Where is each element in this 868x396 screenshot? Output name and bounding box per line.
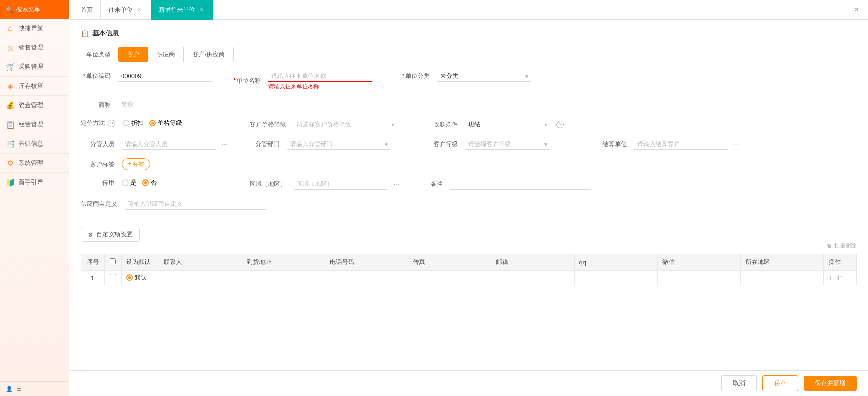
unit-type-row: 单位类型 客户 供应商 客户/供应商	[81, 47, 857, 62]
unit-type-supplier-btn[interactable]: 供应商	[148, 47, 184, 62]
sidebar-item-guide[interactable]: 🔰 新手引导	[0, 173, 69, 192]
row-default-radio[interactable]: 默认	[126, 273, 154, 282]
wechat-input[interactable]	[662, 274, 736, 281]
col-action: 操作	[824, 254, 857, 271]
cell-seq: 1	[81, 271, 105, 285]
address-input[interactable]	[247, 274, 320, 281]
supplier-custom-label: 供应商自定义	[81, 200, 121, 208]
add-tag-button[interactable]: + 标签	[122, 158, 150, 170]
unit-type-label: 单位类型	[81, 50, 114, 59]
qq-input[interactable]	[579, 274, 653, 281]
delete-row-button[interactable]: 🗑	[836, 274, 843, 281]
disable-radio-no[interactable]: 否	[142, 179, 157, 187]
supplier-custom-input[interactable]	[125, 198, 266, 210]
tab-partner-list-close[interactable]: ×	[136, 6, 143, 14]
sidebar-item-finance[interactable]: 💰 资金管理	[0, 96, 69, 115]
category-select-wrapper: ▼	[437, 70, 531, 82]
custom-settings-section: ⚙ 自定义项设置	[81, 219, 857, 242]
manager-input[interactable]	[122, 139, 216, 150]
category-input[interactable]	[437, 70, 531, 82]
col-default: 设为默认	[122, 254, 159, 271]
dept-input[interactable]	[287, 139, 390, 150]
name-input[interactable]	[268, 70, 372, 82]
sidebar-item-label: 经营管理	[19, 120, 43, 129]
close-all-tabs-button[interactable]: ×	[849, 2, 864, 17]
settle-unit-field: 结算单位 ···	[597, 139, 857, 150]
col-phone: 电话号码	[325, 254, 408, 271]
cell-qq	[574, 271, 657, 285]
tab-home[interactable]: 首页	[73, 0, 101, 20]
pricing-radio-level[interactable]: 价格等级	[149, 119, 182, 127]
remark-input[interactable]	[450, 179, 591, 190]
tab-partner-list[interactable]: 往来单位 ×	[101, 0, 151, 20]
code-input[interactable]	[118, 70, 212, 82]
customer-level-select-wrapper: ▼	[465, 139, 550, 150]
shortname-input[interactable]	[118, 99, 212, 110]
sidebar-search[interactable]: 🔍 搜索菜单	[0, 0, 69, 19]
email-input[interactable]	[496, 274, 569, 281]
batch-delete-label[interactable]: 批量删除	[834, 242, 857, 250]
pricing-method-label: 定价方法 ?	[81, 119, 119, 127]
main-area: 首页 往来单位 × 新增往来单位 × × 📋 基本信息 单位类型 客户 供应商 …	[69, 0, 868, 396]
customer-level-input[interactable]	[465, 139, 550, 150]
disable-region-remark-row: 停用 是 否 区域（地区） ···	[81, 179, 857, 190]
add-row-button[interactable]: +	[829, 274, 832, 281]
row-region-input[interactable]	[746, 274, 819, 281]
sidebar-item-sales[interactable]: ◎ 销售管理	[0, 38, 69, 57]
customer-price-label: 客户价格等级	[250, 120, 290, 129]
sidebar-item-quick-nav[interactable]: ⌂ 快捷导航	[0, 19, 69, 38]
sales-icon: ◎	[6, 43, 15, 52]
cell-fax	[408, 271, 491, 285]
sidebar-item-label: 销售管理	[19, 43, 43, 52]
sidebar-item-purchase[interactable]: 🛒 采购管理	[0, 57, 69, 77]
pricing-discount-circle	[123, 120, 129, 126]
cancel-button[interactable]: 取消	[721, 375, 757, 391]
purchase-icon: 🛒	[6, 62, 15, 71]
sidebar-item-label: 系统管理	[19, 159, 43, 167]
pricing-radio-discount[interactable]: 折扣	[123, 119, 144, 127]
manager-field: 分管人员 ···	[81, 139, 250, 150]
sidebar-search-label: 搜索菜单	[16, 5, 40, 14]
unit-type-both-btn[interactable]: 客户/供应商	[184, 47, 234, 62]
sidebar-item-operation[interactable]: 📋 经营管理	[0, 115, 69, 134]
payment-help-icon[interactable]: ?	[556, 121, 564, 128]
tab-new-partner[interactable]: 新增往来单位 ×	[151, 0, 213, 20]
col-contact: 联系人	[159, 254, 242, 271]
cell-contact	[159, 271, 242, 285]
tab-new-partner-close[interactable]: ×	[198, 6, 206, 14]
default-radio-circle	[126, 274, 133, 281]
name-field: *单位名称 请输入往来单位名称	[231, 70, 400, 91]
pricing-help-icon[interactable]: ?	[108, 120, 115, 127]
payment-input[interactable]	[465, 119, 550, 130]
sidebar-user-icon: 👤	[6, 386, 13, 392]
save-button[interactable]: 保存	[762, 375, 798, 391]
sidebar-item-basic-info[interactable]: 📑 基础信息	[0, 134, 69, 154]
region-input[interactable]	[294, 179, 388, 190]
disable-radio-yes[interactable]: 是	[122, 179, 137, 187]
cell-email	[491, 271, 574, 285]
settle-unit-input[interactable]	[634, 139, 728, 150]
sidebar-item-label: 基础信息	[19, 140, 43, 148]
fax-input[interactable]	[413, 274, 486, 281]
category-field: *单位分类 ▼	[400, 70, 857, 82]
row-checkbox[interactable]	[110, 274, 116, 280]
manager-more-btn[interactable]: ···	[220, 140, 229, 148]
customer-price-field: 客户价格等级 ▼	[250, 119, 428, 130]
contact-table: 序号 设为默认 联系人 到货地址 电话号码 传真 邮箱 qq 微信 所在地区 操…	[81, 254, 857, 285]
custom-settings-label: 自定义项设置	[96, 230, 133, 239]
region-more-btn[interactable]: ···	[391, 180, 401, 188]
sidebar-item-system[interactable]: ⚙ 系统管理	[0, 154, 69, 173]
remark-field: 备注	[428, 179, 857, 190]
contact-input[interactable]	[164, 274, 237, 281]
sidebar-item-label: 资金管理	[19, 101, 43, 109]
customer-price-input[interactable]	[294, 119, 397, 130]
sidebar-item-label: 库存核算	[19, 82, 43, 90]
phone-input[interactable]	[330, 274, 403, 281]
save-new-button[interactable]: 保存并新增	[804, 376, 857, 391]
settle-unit-more-btn[interactable]: ···	[732, 140, 742, 148]
custom-settings-button[interactable]: ⚙ 自定义项设置	[81, 227, 140, 242]
unit-type-customer-btn[interactable]: 客户	[118, 47, 148, 62]
dept-field: 分管部门 ▼	[250, 139, 428, 150]
sidebar-item-inventory[interactable]: ◈ 库存核算	[0, 77, 69, 96]
select-all-checkbox[interactable]	[110, 258, 116, 264]
